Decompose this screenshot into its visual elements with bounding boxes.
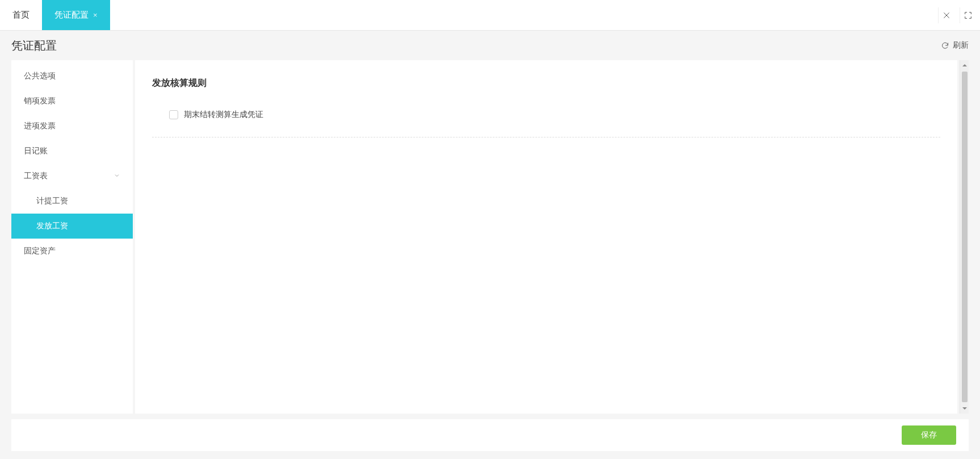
body-row: 公共选项 销项发票 进项发票 日记账 工资表 计提工资 发放工资 固定资产 发放…	[0, 60, 980, 414]
sidebar-item-label: 进项发票	[24, 121, 56, 131]
tab-label: 首页	[12, 10, 30, 20]
tab-voucher-config[interactable]: 凭证配置 ×	[42, 0, 110, 30]
refresh-icon	[941, 41, 949, 50]
page-subheader: 凭证配置 刷新	[0, 31, 980, 60]
rule-row: 期末结转测算生成凭证	[152, 110, 940, 120]
refresh-label: 刷新	[953, 40, 969, 51]
sidebar-item-output-invoice[interactable]: 销项发票	[11, 89, 133, 114]
page-title: 凭证配置	[11, 38, 941, 53]
sidebar-item-label: 销项发票	[24, 96, 56, 106]
footer-bar: 保存	[11, 419, 969, 451]
sidebar-item-journal[interactable]: 日记账	[11, 139, 133, 164]
sidebar-item-accrue-salary[interactable]: 计提工资	[11, 189, 133, 214]
rule-checkbox[interactable]	[169, 110, 178, 119]
sidebar-item-label: 计提工资	[36, 196, 68, 206]
close-icon[interactable]: ×	[93, 11, 98, 19]
scrollbar[interactable]	[960, 60, 969, 414]
tab-home[interactable]: 首页	[0, 0, 42, 30]
divider	[152, 137, 940, 137]
close-all-button[interactable]	[938, 7, 954, 23]
save-label: 保存	[921, 430, 937, 439]
fullscreen-button[interactable]	[960, 7, 975, 23]
save-button[interactable]: 保存	[902, 425, 956, 445]
close-icon	[942, 11, 951, 20]
sidebar-item-label: 固定资产	[24, 246, 56, 256]
tab-label: 凭证配置	[54, 10, 89, 20]
sidebar-item-public-options[interactable]: 公共选项	[11, 64, 133, 89]
sidebar-item-label: 日记账	[24, 146, 48, 156]
tab-bar-actions	[938, 0, 975, 30]
sidebar-item-label: 工资表	[24, 171, 48, 181]
sidebar-item-input-invoice[interactable]: 进项发票	[11, 114, 133, 139]
scroll-thumb[interactable]	[962, 72, 968, 402]
content-panel: 发放核算规则 期末结转测算生成凭证	[135, 60, 957, 414]
sidebar-item-label: 发放工资	[36, 221, 68, 231]
sidebar-item-label: 公共选项	[24, 71, 56, 81]
rule-label: 期末结转测算生成凭证	[184, 110, 263, 120]
scroll-down-arrow[interactable]	[960, 403, 969, 414]
scroll-up-arrow[interactable]	[960, 60, 969, 70]
refresh-button[interactable]: 刷新	[941, 40, 969, 51]
sidebar: 公共选项 销项发票 进项发票 日记账 工资表 计提工资 发放工资 固定资产	[11, 60, 133, 414]
sidebar-item-pay-salary[interactable]: 发放工资	[11, 214, 133, 239]
tab-bar: 首页 凭证配置 ×	[0, 0, 980, 31]
fullscreen-icon	[964, 11, 973, 20]
sidebar-item-payroll[interactable]: 工资表	[11, 164, 133, 189]
section-title: 发放核算规则	[152, 77, 940, 89]
sidebar-item-fixed-assets[interactable]: 固定资产	[11, 239, 133, 264]
chevron-down-icon	[113, 172, 120, 181]
